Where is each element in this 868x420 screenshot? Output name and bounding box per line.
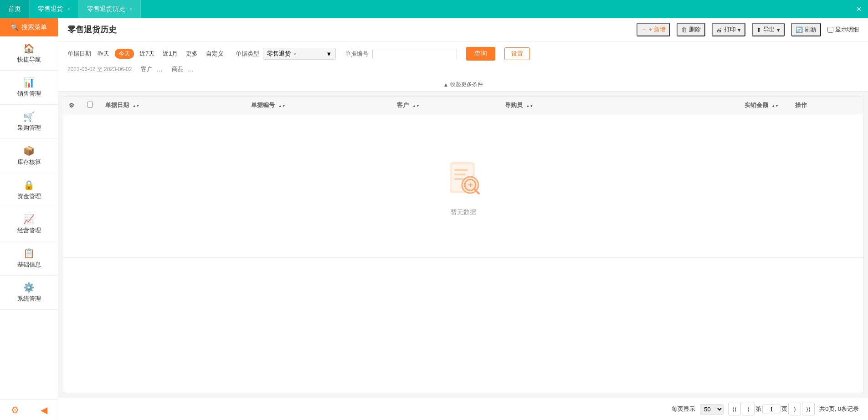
svg-rect-3 xyxy=(454,174,466,175)
inventory-icon: 📦 xyxy=(23,145,35,156)
th-customer[interactable]: 客户 ▲▼ xyxy=(391,97,499,114)
date-option-today[interactable]: 今天 xyxy=(115,49,134,59)
date-option-1month[interactable]: 近1月 xyxy=(160,49,180,59)
collapse-label: 收起更多条件 xyxy=(450,81,483,88)
print-icon: 🖨 xyxy=(716,26,722,33)
th-action-label: 操作 xyxy=(795,102,807,108)
sidebar-item-system[interactable]: ⚙️ 系统管理 xyxy=(0,276,58,310)
main-layout: 🔍 搜索菜单 🏠 快捷导航 📊 销售管理 🛒 采购管理 📦 库存核算 🔒 xyxy=(0,18,868,420)
prev-page-btn[interactable]: ⟨ xyxy=(742,403,755,415)
delete-icon: 🗑 xyxy=(681,26,687,33)
tab-retail-return-history[interactable]: 零售退货历史 × xyxy=(79,0,141,18)
show-detail-input[interactable] xyxy=(827,27,833,33)
last-page-btn[interactable]: ⟩⟩ xyxy=(802,403,815,415)
sidebar-item-basic-info[interactable]: 📋 基础信息 xyxy=(0,241,58,276)
search-icon: 🔍 xyxy=(11,24,19,31)
sidebar-item-inventory[interactable]: 📦 库存核算 xyxy=(0,139,58,173)
date-option-yesterday[interactable]: 昨天 xyxy=(95,49,112,59)
total-label: 共0页, 0条记录 xyxy=(819,405,859,413)
tab-home[interactable]: 首页 xyxy=(0,0,30,18)
export-dropdown-icon: ▾ xyxy=(777,26,780,33)
doc-type-remove-btn[interactable]: × xyxy=(293,51,296,56)
sidebar-item-quick-nav[interactable]: 🏠 快捷导航 xyxy=(0,36,58,71)
sales-icon: 📊 xyxy=(23,77,35,88)
sidebar-search[interactable]: 🔍 搜索菜单 xyxy=(0,18,58,36)
filter-area: 单据日期 昨天 今天 近7天 近1月 更多 自定义 单据类型 零售退货 xyxy=(58,41,868,92)
goods-filter-field: 商品 ... xyxy=(172,65,193,73)
doc-type-tag: 零售退货 × ▼ xyxy=(263,48,336,60)
th-date[interactable]: 单据日期 ▲▼ xyxy=(100,97,246,114)
add-icon: ＋ xyxy=(641,26,647,34)
customer-filter-field: 客户 ... xyxy=(141,65,162,73)
home-icon: 🏠 xyxy=(23,43,35,54)
sidebar: 🔍 搜索菜单 🏠 快捷导航 📊 销售管理 🛒 采购管理 📦 库存核算 🔒 xyxy=(0,18,58,420)
th-customer-label: 客户 xyxy=(397,102,409,108)
th-amount-label: 实销金额 xyxy=(745,102,768,108)
goods-dots[interactable]: ... xyxy=(187,65,193,73)
no-sort-icon[interactable]: ▲▼ xyxy=(278,104,286,108)
settings-button[interactable]: 设置 xyxy=(504,47,530,60)
empty-text: 暂无数据 xyxy=(451,208,476,216)
tab-retail-return-close[interactable]: × xyxy=(67,6,70,12)
th-amount[interactable]: 实销金额 ▲▼ xyxy=(626,97,790,114)
table-settings-icon[interactable]: ⚙ xyxy=(69,102,74,109)
show-detail-checkbox[interactable]: 显示明细 xyxy=(827,26,859,34)
per-page-select[interactable]: 10 20 50 100 xyxy=(700,404,724,415)
sidebar-item-purchase[interactable]: 🛒 采购管理 xyxy=(0,105,58,139)
finance-icon: 🔒 xyxy=(23,179,35,190)
page-input[interactable] xyxy=(762,405,781,414)
sidebar-settings-btn[interactable]: ⚙ xyxy=(11,405,19,415)
sidebar-item-operations[interactable]: 📈 经营管理 xyxy=(0,207,58,241)
date-option-more[interactable]: 更多 xyxy=(183,49,200,59)
doc-type-filter-field: 单据类型 零售退货 × ▼ xyxy=(236,48,336,60)
sidebar-item-finance[interactable]: 🔒 资金管理 xyxy=(0,173,58,207)
tab-retail-return-history-close[interactable]: × xyxy=(129,6,132,12)
per-page-label: 每页显示 xyxy=(672,405,695,413)
th-settings[interactable]: ⚙ xyxy=(63,97,82,114)
date-options: 昨天 今天 近7天 近1月 更多 自定义 xyxy=(95,49,226,59)
select-all-checkbox[interactable] xyxy=(87,102,93,108)
date-filter-label: 单据日期 xyxy=(67,50,91,58)
date-sort-icon[interactable]: ▲▼ xyxy=(133,104,140,108)
date-option-7days[interactable]: 近7天 xyxy=(137,49,157,59)
next-page-btn[interactable]: ⟩ xyxy=(788,403,801,415)
refresh-button[interactable]: 🔄 刷新 xyxy=(791,23,821,36)
sidebar-item-inventory-label: 库存核算 xyxy=(17,158,41,166)
window-close-button[interactable]: × xyxy=(850,0,868,18)
header-actions: ＋ + 新增 🗑 删除 🖨 打印 ▾ ⬆ 导出 ▾ xyxy=(637,23,859,36)
customer-dots[interactable]: ... xyxy=(156,65,162,73)
delete-button[interactable]: 🗑 删除 xyxy=(677,23,705,36)
sidebar-collapse-btn[interactable]: ◀ xyxy=(41,405,47,415)
amount-sort-icon[interactable]: ▲▼ xyxy=(771,104,779,108)
print-dropdown-icon: ▾ xyxy=(738,26,741,33)
th-no[interactable]: 单据编号 ▲▼ xyxy=(246,97,391,114)
sidebar-item-finance-label: 资金管理 xyxy=(17,192,41,200)
export-button[interactable]: ⬆ 导出 ▾ xyxy=(752,23,785,36)
show-detail-label: 显示明细 xyxy=(835,26,859,34)
operations-icon: 📈 xyxy=(23,214,35,225)
th-guide[interactable]: 导购员 ▲▼ xyxy=(499,97,626,114)
first-page-btn[interactable]: ⟨⟨ xyxy=(728,403,741,415)
customer-sort-icon[interactable]: ▲▼ xyxy=(412,104,420,108)
print-button[interactable]: 🖨 打印 ▾ xyxy=(712,23,745,36)
data-table: ⚙ 单据日期 ▲▼ 单据编号 ▲▼ xyxy=(63,97,863,258)
doc-no-input[interactable] xyxy=(372,49,457,59)
sidebar-item-sales[interactable]: 📊 销售管理 xyxy=(0,71,58,105)
customer-label: 客户 xyxy=(141,65,153,73)
page-label: 第 xyxy=(755,405,761,413)
doc-type-dropdown-icon[interactable]: ▼ xyxy=(326,51,332,57)
th-checkbox[interactable] xyxy=(82,97,100,114)
empty-state: 暂无数据 xyxy=(69,119,858,253)
guide-sort-icon[interactable]: ▲▼ xyxy=(526,104,533,108)
pagination-bar: 每页显示 10 20 50 100 ⟨⟨ ⟨ 第 页 ⟩ ⟩⟩ 共0页, 0条记… xyxy=(58,398,868,420)
tab-retail-return[interactable]: 零售退货 × xyxy=(30,0,79,18)
doc-no-filter-field: 单据编号 xyxy=(345,49,457,59)
query-button[interactable]: 查询 xyxy=(466,47,495,61)
goods-label: 商品 xyxy=(172,65,184,73)
sidebar-item-basic-info-label: 基础信息 xyxy=(17,261,41,269)
add-button[interactable]: ＋ + 新增 xyxy=(637,23,670,36)
collapse-bar[interactable]: ▲ 收起更多条件 xyxy=(67,78,859,91)
export-icon: ⬆ xyxy=(756,26,761,33)
date-option-custom[interactable]: 自定义 xyxy=(203,49,226,59)
tab-retail-return-history-label: 零售退货历史 xyxy=(87,5,125,13)
